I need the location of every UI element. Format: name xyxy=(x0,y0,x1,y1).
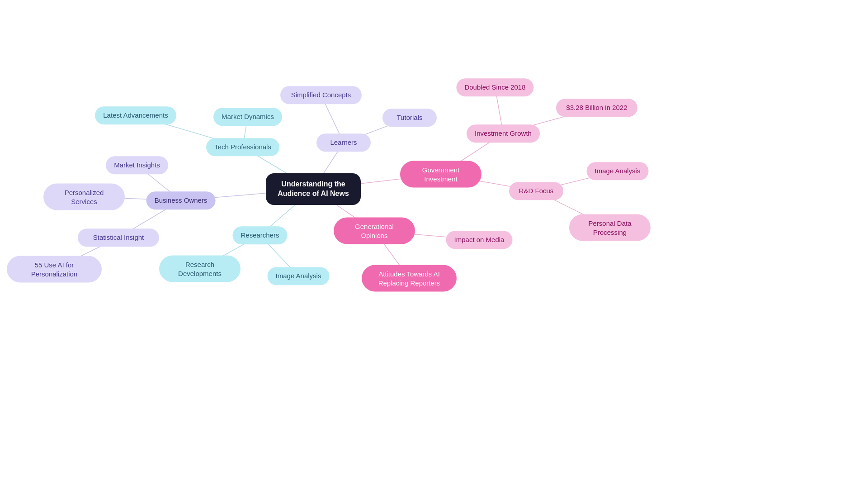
node-imageAnalysisResearchers[interactable]: Image Analysis xyxy=(268,267,330,285)
node-center[interactable]: Understanding the Audience of AI News xyxy=(266,173,361,205)
node-governmentInvestment[interactable]: Government Investment xyxy=(400,161,481,188)
node-businessOwners[interactable]: Business Owners xyxy=(146,191,216,209)
node-learners[interactable]: Learners xyxy=(316,133,371,152)
node-generationalOpinions[interactable]: Generational Opinions xyxy=(334,218,415,244)
node-55UseAI[interactable]: 55 Use AI for Personalization xyxy=(7,256,102,283)
node-marketInsights[interactable]: Market Insights xyxy=(106,156,168,174)
node-rdFocus[interactable]: R&D Focus xyxy=(509,182,563,200)
node-tutorials[interactable]: Tutorials xyxy=(382,109,437,127)
node-attitudesTowardsAI[interactable]: Attitudes Towards AI Replacing Reporters xyxy=(362,265,457,292)
node-latestAdvancements[interactable]: Latest Advancements xyxy=(95,106,176,124)
node-impactOnMedia[interactable]: Impact on Media xyxy=(446,231,513,249)
node-techProfessionals[interactable]: Tech Professionals xyxy=(206,138,279,156)
node-personalDataProcessing[interactable]: Personal Data Processing xyxy=(569,214,651,241)
node-imageAnalysisRD[interactable]: Image Analysis xyxy=(587,162,649,180)
node-investmentGrowth[interactable]: Investment Growth xyxy=(467,124,540,143)
node-personalizedServices[interactable]: Personalized Services xyxy=(43,184,125,210)
node-328Billion[interactable]: $3.28 Billion in 2022 xyxy=(556,99,637,117)
mindmap-container: Understanding the Audience of AI NewsTec… xyxy=(0,0,868,490)
node-researchers[interactable]: Researchers xyxy=(232,226,287,244)
node-marketDynamics[interactable]: Market Dynamics xyxy=(213,108,282,126)
node-researchDevelopments[interactable]: Research Developments xyxy=(159,256,241,282)
node-statisticalInsight[interactable]: Statistical Insight xyxy=(78,228,159,247)
node-simplifiedConcepts[interactable]: Simplified Concepts xyxy=(280,86,362,104)
node-doubledSince2018[interactable]: Doubled Since 2018 xyxy=(456,78,533,96)
